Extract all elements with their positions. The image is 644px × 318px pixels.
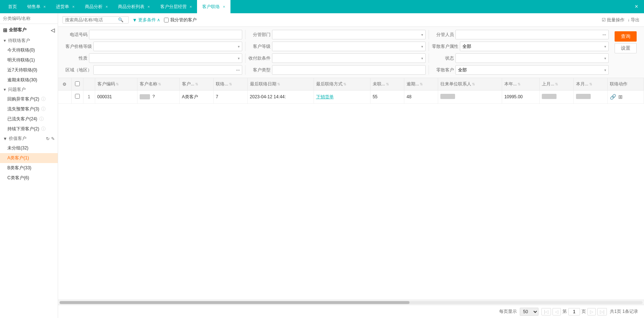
sidebar-item-ungroup[interactable]: 未分组(32) [0, 143, 58, 153]
filter-bar: 🔍 ▼ 更多条件 ∧ 我分管的客户 ☑ 批量操作 ↓ 导出 [58, 13, 644, 27]
sidebar-item-today[interactable]: 今天待联络(0) [0, 45, 58, 55]
th-this-month[interactable]: 本月...⇅ [573, 78, 607, 91]
action-qr-icon[interactable]: ⊞ [618, 94, 623, 100]
filter-search-container: 🔍 [62, 16, 129, 24]
select-all-checkbox[interactable] [75, 81, 80, 86]
nav-purchase-close[interactable]: × [72, 4, 74, 9]
th-code-label: 客户编码 [97, 81, 115, 87]
th-contact[interactable]: 联络...⇅ [214, 78, 247, 91]
setting-button[interactable]: 设置 [615, 43, 637, 53]
th-gear[interactable]: ⚙ [58, 78, 71, 91]
th-last-method[interactable]: 最后联络方式⇅ [314, 78, 370, 91]
nav-contact-close[interactable]: × [223, 4, 225, 9]
sidebar-item-tomorrow[interactable]: 明天待联络(1) [0, 55, 58, 65]
nav-close-all[interactable]: × [632, 3, 641, 10]
refresh-icon[interactable]: ↻ [46, 136, 50, 141]
row-last-method[interactable]: 下销货单 [314, 91, 370, 104]
nav-sales-close[interactable]: × [43, 4, 46, 9]
prev-page-btn[interactable]: ◁ [552, 308, 561, 315]
filter-manager: 分管人员 ··· [429, 30, 612, 39]
retail-attr-select[interactable]: 全部 ▾ [460, 42, 609, 51]
region-dots[interactable]: ··· [93, 65, 242, 75]
sidebar-problem-title[interactable]: ▼ 问题客户 [0, 85, 58, 94]
manager-dots[interactable]: ··· [455, 30, 609, 39]
batch-icon: ☑ [602, 17, 606, 22]
filter-search-input[interactable] [65, 17, 117, 22]
th-check[interactable] [71, 78, 83, 91]
th-last-date[interactable]: 最后联络日期⇅ [247, 78, 314, 91]
nav-segment[interactable]: 客户分层经营 × [155, 0, 197, 13]
sidebar-item-b-class[interactable]: B类客户(33) [0, 163, 58, 173]
action-link-icon[interactable]: 🔗 [610, 94, 616, 100]
payment-select[interactable]: ▾ [272, 53, 425, 63]
sidebar-item-lost[interactable]: 已流失客户(24) ⓘ [0, 114, 58, 124]
nav-sales[interactable]: 销售单 × [22, 0, 51, 13]
nav-purchase-label: 进货单 [56, 4, 69, 10]
th-code[interactable]: 客户编码⇅ [95, 78, 137, 91]
dept-select[interactable]: ▾ [272, 30, 425, 39]
sidebar-item-warning[interactable]: 流失预警客户(3) ⓘ [0, 104, 58, 114]
row-contact: 7 [214, 91, 247, 104]
page-input[interactable] [568, 308, 580, 315]
retail-attr-label: 零散客户属性 [432, 43, 458, 50]
row-contact-person [438, 91, 502, 104]
sidebar-item-overdue[interactable]: 逾期未联络(30) [0, 75, 58, 85]
phone-input[interactable] [89, 30, 242, 39]
retail-select[interactable]: 全部 ▾ [455, 65, 609, 75]
sidebar-search-input[interactable] [3, 16, 58, 21]
nav-home[interactable]: 首页 [3, 0, 22, 13]
horizontal-scrollbar[interactable] [58, 300, 644, 305]
row-level: A类客户 [179, 91, 213, 104]
nav-contact[interactable]: 客户联络 × [197, 0, 230, 13]
batch-ops-btn[interactable]: ☑ 批量操作 [602, 17, 625, 23]
status-select[interactable]: ▾ [455, 53, 609, 63]
scrollbar-thumb[interactable] [60, 301, 409, 304]
sidebar-collapse-icon[interactable]: ◁ [51, 27, 55, 33]
cust-level-select[interactable]: ▾ [272, 42, 425, 51]
next-page-btn[interactable]: ▷ [587, 308, 596, 315]
first-page-btn[interactable]: |◁ [541, 308, 551, 315]
nav-analysis[interactable]: 商品分析 × [80, 0, 113, 13]
export-btn[interactable]: ↓ 导出 [627, 17, 640, 23]
edit-icon[interactable]: ✎ [51, 136, 55, 141]
nav-purchase[interactable]: 进货单 × [51, 0, 79, 13]
sort-name-icon: ⇅ [158, 82, 161, 86]
th-no-contact[interactable]: 未联...⇅ [370, 78, 404, 91]
th-contact-person[interactable]: 往来单位联系人⇅ [438, 78, 502, 91]
sort-this-year-icon: ⇅ [518, 82, 520, 86]
sidebar-item-7days[interactable]: 近7天待联络(0) [0, 65, 58, 75]
sidebar-pending-title[interactable]: ▼ 待联络客户 [0, 36, 58, 45]
sidebar-item-abnormal[interactable]: 回购异常客户(2) ⓘ [0, 94, 58, 104]
sort-last-month-icon: ⇅ [555, 82, 558, 86]
nav-analysis-close[interactable]: × [105, 4, 108, 9]
scrollbar-track[interactable] [60, 301, 643, 304]
sidebar-item-a-class[interactable]: A类客户(1) [0, 153, 58, 163]
nav-sales-label: 销售单 [27, 4, 40, 10]
th-overdue[interactable]: 逾期...⇅ [404, 78, 438, 91]
th-this-year[interactable]: 本年...⇅ [502, 78, 539, 91]
row-code: 000031 [95, 91, 137, 104]
th-level[interactable]: 客户...⇅ [179, 78, 213, 91]
query-button[interactable]: 查询 [615, 31, 637, 42]
per-page-select[interactable]: 50 100 200 [520, 308, 539, 316]
row-check[interactable] [71, 91, 83, 104]
th-name[interactable]: 客户名称⇅ [137, 78, 179, 91]
last-page-btn[interactable]: ▷| [597, 308, 607, 315]
sidebar-item-c-class[interactable]: C类客户(6) [0, 173, 58, 183]
price-level-select[interactable]: ▾ [93, 42, 242, 51]
nav-analysis-list-close[interactable]: × [147, 4, 150, 9]
value-section-left[interactable]: ▼ 价值客户 [3, 135, 26, 142]
filter-more-btn[interactable]: ▼ 更多条件 ∧ [132, 17, 160, 23]
nav-analysis-list[interactable]: 商品分析列表 × [113, 0, 155, 13]
nav-segment-close[interactable]: × [190, 4, 192, 9]
nature-select[interactable]: ▾ [89, 53, 242, 63]
th-last-month[interactable]: 上月...⇅ [540, 78, 573, 91]
my-customers-checkbox[interactable] [164, 18, 169, 22]
sidebar-item-declining[interactable]: 持续下滑客户(2) ⓘ [0, 124, 58, 134]
value-section-icons: ↻ ✎ [46, 136, 55, 141]
row-checkbox[interactable] [75, 94, 80, 99]
retail-label: 零散客户 [432, 67, 454, 73]
cust-type-input[interactable] [272, 65, 425, 75]
nav-analysis-list-label: 商品分析列表 [118, 4, 144, 10]
sidebar: 🔍 ⊞ 全部客户 ◁ ▼ 待联络客户 今天待联络(0) 明天待联络(1) 近7天… [0, 13, 58, 318]
